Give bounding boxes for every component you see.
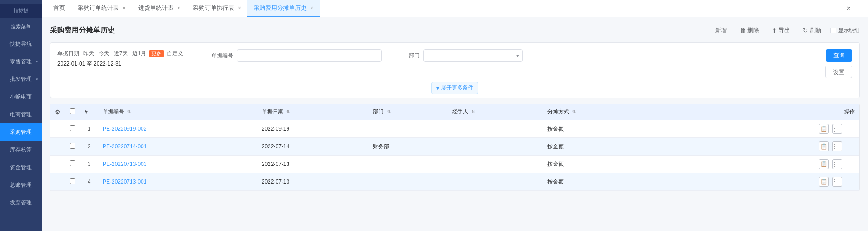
tab-purchase-exec-close[interactable]: × [238,5,241,11]
sidebar-item-purchase[interactable]: 采购管理 [0,123,42,141]
sort-icon-split[interactable]: ⇅ [572,109,576,114]
td-date-1: 2022-09-19 [257,120,369,138]
sidebar-item-inventory[interactable]: 库存核算 [0,141,42,158]
close-window-icon[interactable]: × [847,5,851,13]
td-gear-3 [50,156,65,173]
action-icons-1: 📋 ⋮⋮ [819,124,855,134]
td-dept-2: 财务部 [368,138,448,156]
expand-more-button[interactable]: ▾ 展开更多条件 [431,82,478,94]
more-icon-3[interactable]: ⋮⋮ [832,159,842,169]
view-icon-3[interactable]: 📋 [819,159,829,169]
th-split-method: 分摊方式 ⇅ [543,104,814,120]
expand-window-icon[interactable]: ⛶ [855,5,863,13]
td-num-4: 4 [80,173,98,191]
select-all-checkbox[interactable] [70,108,75,114]
sort-icon-dept[interactable]: ⇅ [387,109,391,114]
td-doc-no-4: PE-20220713-001 [98,173,257,191]
sidebar-item-finance[interactable]: 资金管理 [0,158,42,176]
doc-no-link-1[interactable]: PE-20220919-002 [103,126,146,132]
shortcut-yesterday[interactable]: 昨天 [82,49,95,58]
add-button[interactable]: + 新增 [707,24,731,36]
shortcut-7days[interactable]: 近7天 [113,49,129,58]
delete-button[interactable]: 🗑 删除 [736,24,763,36]
query-button[interactable]: 查询 [826,49,852,62]
sidebar-item-mini[interactable]: 小畅电商 [0,88,42,105]
td-dept-1 [368,120,448,138]
sidebar-item-search[interactable]: 搜索菜单 [0,18,42,35]
th-ops: 操作 [814,104,859,120]
action-icons-3: 📋 ⋮⋮ [819,159,855,169]
shortcut-today[interactable]: 今天 [97,49,111,58]
sidebar-item-retail[interactable]: 零售管理 ▾ [0,52,42,70]
shortcut-custom[interactable]: 自定义 [165,49,184,58]
tab-purchase-order-stats-close[interactable]: × [123,5,126,11]
shortcut-1month[interactable]: 近1月 [131,49,148,58]
tab-home[interactable]: 首页 [47,0,71,17]
more-icon-2[interactable]: ⋮⋮ [832,141,842,151]
display-toggle-checkbox[interactable] [830,28,836,33]
chevron-icon-wholesale: ▾ [36,77,38,81]
table: ⚙ # 单据编号 ⇅ 单据日期 ⇅ [50,104,859,191]
td-handler-2 [448,138,543,156]
td-split-1: 按金额 [543,120,814,138]
table-row: 1 PE-20220919-002 2022-09-19 按金额 📋 ⋮⋮ [50,120,859,138]
date-shortcuts: 昨天 今天 近7天 近1月 更多 自定义 [82,49,184,58]
row-1-checkbox[interactable] [70,125,75,131]
export-icon: ⬆ [772,27,777,34]
tab-home-label: 首页 [53,4,65,12]
view-icon-1[interactable]: 📋 [819,124,829,134]
doc-no-link-4[interactable]: PE-20220713-001 [103,179,146,185]
td-handler-3 [448,156,543,173]
sidebar: 指标板 搜索菜单 快捷导航 零售管理 ▾ 批发管理 ▾ 小畅电商 电商管理 采购… [0,0,42,231]
tab-inbound-stats-close[interactable]: × [177,5,180,11]
view-icon-4[interactable]: 📋 [819,177,829,187]
settings-button[interactable]: 设置 [825,66,852,78]
more-icon-4[interactable]: ⋮⋮ [832,177,842,187]
td-dept-3 [368,156,448,173]
tab-inbound-stats[interactable]: 进货单统计表 × [132,0,187,17]
display-toggle[interactable]: 显示明细 [830,27,860,34]
doc-no-link-2[interactable]: PE-20220714-001 [103,143,146,150]
sidebar-item-ledger[interactable]: 总账管理 [0,176,42,193]
refresh-button[interactable]: ↻ 刷新 [799,24,825,36]
view-icon-2[interactable]: 📋 [819,141,829,151]
td-doc-no-2: PE-20220714-001 [98,138,257,156]
row-4-checkbox[interactable] [70,178,75,184]
sidebar-top-label: 指标板 [0,4,42,18]
sort-icon-doc-no[interactable]: ⇅ [127,109,131,114]
tab-purchase-fee-history[interactable]: 采购费用分摊单历史 × [247,0,320,17]
export-button[interactable]: ⬆ 导出 [768,24,794,36]
th-split-method-label: 分摊方式 [547,108,569,115]
th-dept: 部门 ⇅ [368,104,448,120]
td-ops-3: 📋 ⋮⋮ [814,156,859,173]
gear-settings-icon[interactable]: ⚙ [55,108,61,116]
sidebar-item-wholesale[interactable]: 批发管理 ▾ [0,70,42,88]
row-3-checkbox[interactable] [70,160,75,166]
tab-purchase-order-stats[interactable]: 采购订单统计表 × [71,0,132,17]
td-date-4: 2022-07-13 [257,173,369,191]
th-gear: ⚙ [50,104,65,120]
table-row: 3 PE-20220713-003 2022-07-13 按金额 📋 ⋮⋮ [50,156,859,173]
table-row: 2 PE-20220714-001 2022-07-14 财务部 按金额 📋 ⋮… [50,138,859,156]
toolbar: + 新增 🗑 删除 ⬆ 导出 ↻ 刷新 显示明细 [707,24,860,36]
th-handler: 经手人 ⇅ [448,104,543,120]
sidebar-item-invoice[interactable]: 发票管理 [0,193,42,211]
th-handler-label: 经手人 [452,108,468,115]
doc-no-link-3[interactable]: PE-20220713-003 [103,161,146,167]
sidebar-item-quick[interactable]: 快捷导航 [0,35,42,52]
tab-purchase-fee-history-close[interactable]: × [310,5,313,11]
content-area: 采购费用分摊单历史 + 新增 🗑 删除 ⬆ 导出 ↻ 刷新 显示明细 [42,17,868,231]
more-icon-1[interactable]: ⋮⋮ [832,124,842,134]
row-2-checkbox[interactable] [70,143,75,149]
sort-icon-handler[interactable]: ⇅ [472,109,475,114]
active-indicator [40,123,42,141]
filter-area: 单据日期 昨天 今天 近7天 近1月 更多 自定义 2022-01-01 至 2… [50,42,860,98]
td-split-4: 按金额 [543,173,814,191]
doc-no-input[interactable] [237,49,382,62]
sidebar-item-ecommerce[interactable]: 电商管理 [0,105,42,123]
shortcut-more[interactable]: 更多 [149,50,164,57]
sort-icon-date[interactable]: ⇅ [286,109,290,114]
tab-purchase-exec[interactable]: 采购订单执行表 × [187,0,247,17]
dept-input[interactable] [423,49,523,62]
page-header: 采购费用分摊单历史 + 新增 🗑 删除 ⬆ 导出 ↻ 刷新 显示明细 [50,24,860,36]
